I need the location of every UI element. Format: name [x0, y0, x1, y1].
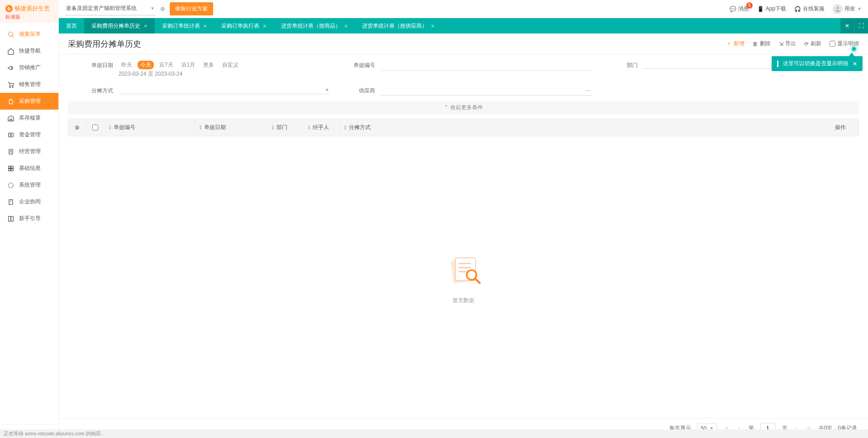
show-detail-checkbox[interactable] — [830, 41, 835, 47]
toolbar: 采购费用分摊单历史 ＋新增 🗑删除 ⇲导出 ⟳刷新 显示明细 — [59, 34, 868, 54]
trash-icon: 🗑 — [753, 41, 758, 47]
select-all-checkbox[interactable] — [92, 125, 98, 130]
experience-button[interactable]: 体验行业方案 — [170, 2, 213, 15]
col-label: 操作 — [835, 124, 846, 131]
column-settings[interactable]: ⚙ — [68, 119, 86, 136]
date-option[interactable]: 自定义 — [219, 61, 241, 69]
date-option[interactable]: 近1月 — [179, 61, 198, 69]
chevron-down-icon: ▼ — [324, 87, 329, 92]
sidebar-item-system[interactable]: 系统管理 — [0, 177, 58, 193]
megaphone-icon — [7, 64, 14, 72]
tab[interactable]: 采购订单统计表× — [155, 18, 215, 34]
close-icon[interactable]: × — [263, 23, 267, 29]
user-menu[interactable]: 用友 ▼ — [833, 4, 862, 14]
cart-icon — [7, 81, 14, 88]
date-option[interactable]: 昨天 — [119, 61, 135, 69]
select-all[interactable] — [86, 119, 105, 136]
doc-no-input[interactable] — [381, 61, 592, 71]
show-detail-toggle[interactable]: 显示明细 — [830, 40, 859, 48]
date-option[interactable]: 近7天 — [157, 61, 176, 69]
online-service-link[interactable]: 🎧 在线客服 — [794, 5, 825, 13]
close-icon[interactable]: × — [144, 23, 148, 29]
col-date[interactable]: ▲▼单据日期 — [195, 119, 267, 136]
date-option[interactable]: 今天 — [138, 61, 154, 69]
sidebar-item-guide[interactable]: 新手引导 — [0, 210, 58, 227]
sidebar-item-finance[interactable]: 资金管理 — [0, 126, 58, 143]
svg-point-13 — [9, 183, 14, 188]
service-label: 在线客服 — [803, 5, 825, 13]
gear-dashed-icon — [7, 182, 14, 189]
book-icon — [7, 215, 14, 222]
filter-date: 单据日期 昨天今天近7天近1月更多自定义 2023-03-24 至 2023-0… — [86, 61, 330, 78]
col-dept[interactable]: ▲▼部门 — [267, 119, 304, 136]
supplier-select[interactable]: ⋯ — [381, 86, 592, 96]
close-icon[interactable]: × — [204, 23, 207, 29]
tab-label: 采购订单执行表 — [221, 22, 259, 30]
tab[interactable]: 采购订单执行表× — [214, 18, 274, 34]
messages-link[interactable]: 💬 消息 6 — [730, 5, 749, 13]
tooltip-close[interactable]: ✕ — [853, 61, 857, 67]
sidebar-item-basicinfo[interactable]: 基础信息 — [0, 160, 58, 177]
sidebar-item-label: 营销推广 — [19, 64, 41, 72]
sidebar-item-search[interactable]: 搜索菜单 — [0, 26, 58, 43]
settings-icon[interactable]: ⚙ — [160, 6, 165, 12]
tab[interactable]: 进货单统计表（按商品）× — [274, 18, 355, 34]
add-button[interactable]: ＋新增 — [726, 40, 744, 48]
sidebar-item-sales[interactable]: 销售管理 — [0, 76, 58, 93]
system-selector[interactable]: 装备及固定资产辅助管理系统 ▼ — [65, 3, 156, 15]
col-doc-no[interactable]: ▲▼单据编号 — [105, 119, 195, 136]
tab-label: 进货单统计表（按商品） — [281, 22, 341, 30]
refresh-button[interactable]: ⟳刷新 — [804, 40, 821, 48]
svg-line-25 — [475, 279, 480, 283]
col-alloc[interactable]: ▲▼分摊方式 — [340, 119, 822, 136]
export-button[interactable]: ⇲导出 — [779, 40, 796, 48]
sort-icon: ▲▼ — [343, 125, 347, 130]
date-range: 2023-03-24 至 2023-03-24 — [119, 70, 241, 78]
svg-rect-4 — [9, 133, 14, 137]
plus-icon: ＋ — [726, 40, 732, 48]
sidebar-item-marketing[interactable]: 营销推广 — [0, 59, 58, 76]
tab[interactable]: 进货单统计表（按供应商）× — [355, 18, 442, 34]
sidebar-item-purchase[interactable]: 采购管理 — [0, 93, 58, 110]
app-download-link[interactable]: 📱 App下载 — [757, 5, 786, 13]
sidebar-item-label: 系统管理 — [19, 181, 41, 189]
sidebar-item-label: 库存核算 — [19, 114, 41, 122]
svg-point-2 — [10, 87, 10, 87]
topbar: 装备及固定资产辅助管理系统 ▼ ⚙ 体验行业方案 💬 消息 6 📱 App下载 … — [59, 0, 868, 18]
sort-icon: ▲▼ — [199, 125, 202, 130]
fullscreen-button[interactable]: ⛶ — [854, 18, 868, 34]
collapse-label: 收起更多条件 — [450, 104, 483, 111]
alloc-select[interactable]: ▼ — [119, 86, 330, 94]
sidebar-item-inventory[interactable]: 库存核算 — [0, 110, 58, 126]
messages-badge: 6 — [746, 2, 753, 9]
col-operate: 操作 — [822, 119, 858, 136]
avatar-icon — [833, 4, 843, 14]
sidebar-item-label: 销售管理 — [19, 81, 41, 88]
date-option[interactable]: 更多 — [200, 61, 217, 69]
collapse-filters[interactable]: ⌃ 收起更多条件 — [68, 101, 859, 114]
tab[interactable]: 首页 — [59, 18, 84, 34]
filter-alloc: 分摊方式 ▼ — [86, 86, 330, 96]
sidebar-item-collab[interactable]: 企业协同 — [0, 193, 58, 210]
close-all-tabs[interactable]: ✕ — [840, 18, 854, 34]
empty-state: 暂无数据 — [68, 136, 859, 418]
close-icon[interactable]: × — [344, 23, 348, 29]
sidebar-item-label: 采购管理 — [19, 97, 41, 105]
sidebar-item-quicknav[interactable]: 快捷导航 — [0, 43, 58, 59]
date-label: 单据日期 — [86, 61, 113, 69]
sidebar-item-operation[interactable]: 经营管理 — [0, 143, 58, 160]
sidebar-item-label: 经营管理 — [19, 148, 41, 155]
system-name: 装备及固定资产辅助管理系统 — [66, 5, 137, 12]
page-title: 采购费用分摊单历史 — [68, 39, 141, 49]
close-icon[interactable]: × — [431, 23, 434, 29]
tab-label: 采购订单统计表 — [162, 22, 200, 30]
chevron-down-icon: ▼ — [857, 6, 862, 11]
alloc-label: 分摊方式 — [86, 86, 113, 95]
delete-button[interactable]: 🗑删除 — [753, 40, 771, 48]
tab[interactable]: 采购费用分摊单历史× — [84, 18, 155, 34]
svg-point-5 — [10, 134, 11, 135]
col-handler[interactable]: ▲▼经手人 — [304, 119, 340, 136]
tab-bar: 首页采购费用分摊单历史×采购订单统计表×采购订单执行表×进货单统计表（按商品）×… — [59, 18, 868, 34]
refresh-icon: ⟳ — [804, 41, 809, 47]
sidebar-item-label: 资金管理 — [19, 131, 41, 139]
